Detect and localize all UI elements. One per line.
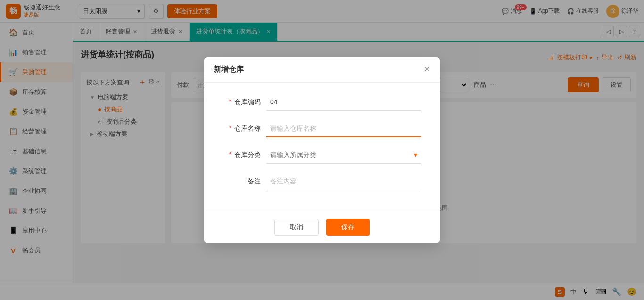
modal-title: 新增仓库 — [214, 65, 244, 75]
modal-close-button[interactable]: ✕ — [423, 65, 430, 74]
save-button[interactable]: 保存 — [326, 219, 370, 236]
category-form-row: * 仓库分类 ▾ — [223, 147, 421, 164]
code-label: * 仓库编码 — [223, 98, 261, 107]
code-input[interactable] — [266, 94, 421, 111]
modal-overlay: 新增仓库 ✕ * 仓库编码 * 仓库名称 — [0, 0, 644, 300]
modal-header: 新增仓库 ✕ — [204, 57, 440, 83]
note-label: 备注 — [223, 177, 261, 186]
cancel-button[interactable]: 取消 — [274, 219, 319, 236]
category-label: * 仓库分类 — [223, 151, 261, 159]
modal-body: * 仓库编码 * 仓库名称 * 仓库分类 — [204, 83, 440, 211]
code-form-row: * 仓库编码 — [223, 94, 421, 111]
name-input[interactable] — [266, 120, 421, 137]
warehouse-modal: 新增仓库 ✕ * 仓库编码 * 仓库名称 — [204, 57, 440, 243]
select-arrow-icon: ▾ — [414, 151, 417, 158]
name-form-row: * 仓库名称 — [223, 120, 421, 137]
note-form-row: 备注 — [223, 173, 421, 190]
category-input[interactable] — [270, 151, 414, 158]
name-label: * 仓库名称 — [223, 125, 261, 133]
category-select-row[interactable]: ▾ — [266, 147, 421, 164]
note-input[interactable] — [266, 173, 421, 190]
modal-footer: 取消 保存 — [204, 211, 440, 243]
